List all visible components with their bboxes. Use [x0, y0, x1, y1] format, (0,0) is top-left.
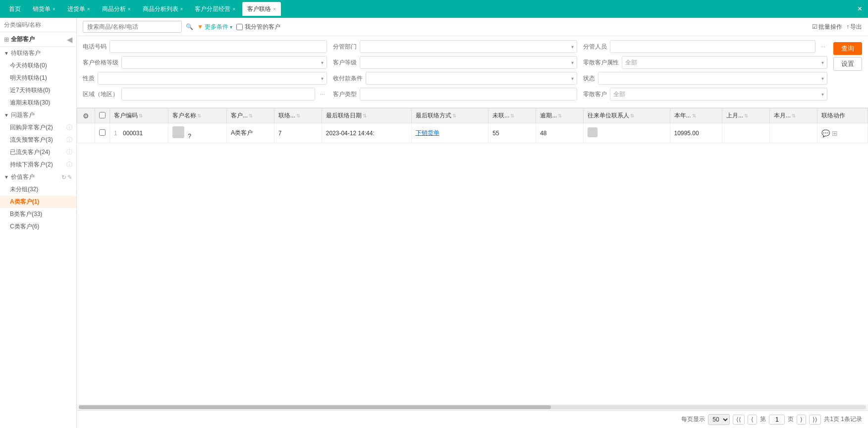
customer-avatar	[172, 126, 184, 138]
select-all-checkbox[interactable]	[99, 112, 106, 118]
sidebar-item-a-class[interactable]: A类客户(1)	[0, 196, 76, 208]
first-page-btn[interactable]: ⟨⟨	[733, 415, 745, 425]
per-page-select[interactable]: 50	[708, 414, 730, 425]
row-cp-cell	[584, 123, 670, 143]
th-contacts-person: 往来单位联系人 ⇅	[584, 108, 670, 123]
nav-analysis[interactable]: 商品分析 ×	[97, 2, 136, 16]
filter-icon: ▼	[197, 23, 203, 30]
export-icon: ↑	[846, 23, 849, 30]
th-action: 联络动作	[817, 108, 868, 123]
filter-cell-cust-type: 客户类型	[333, 88, 577, 101]
nav-purchase[interactable]: 进货单 ×	[62, 2, 95, 16]
last-page-btn[interactable]: ⟩⟩	[809, 415, 821, 425]
customer-table: ⚙ 客户编码 ⇅ 客户名称	[77, 108, 868, 143]
sidebar-item-c-class[interactable]: C类客户(6)	[0, 220, 76, 233]
row-check-cell[interactable]	[95, 123, 110, 143]
sort-year-icon: ⇅	[692, 113, 696, 118]
filter-cell-payment: 收付款条件 ▾	[333, 72, 577, 85]
sort-name-icon: ⇅	[197, 113, 201, 118]
refresh-icon[interactable]: ↻	[61, 174, 66, 181]
manager-dots-btn[interactable]: ···	[818, 42, 827, 51]
sidebar-collapse-btn[interactable]: ◀	[67, 36, 72, 44]
sidebar-item-ungrouped[interactable]: 未分组(32)	[0, 183, 76, 196]
more-conditions-btn[interactable]: ▼ 更多条件 ▾	[197, 23, 232, 31]
row-type-cell: A类客户	[226, 123, 274, 143]
sidebar-item-churn-warning[interactable]: 流失预警客户(3) ⓘ	[0, 134, 76, 146]
th-last-method: 最后联络方式 ⇅	[411, 108, 488, 123]
filter-cell-dept: 分管部门 ▾	[333, 40, 577, 53]
prev-page-btn[interactable]: ⟨	[748, 415, 757, 425]
price-grade-select[interactable]: ▾	[121, 56, 327, 69]
row-checkbox[interactable]	[99, 129, 106, 136]
close-tier-icon[interactable]: ×	[232, 6, 235, 12]
filter-cell-phone: 电话号码	[83, 40, 327, 53]
dept-select[interactable]: ▾	[360, 40, 577, 53]
close-contact-icon[interactable]: ×	[273, 6, 276, 12]
scrollbar-track	[79, 405, 866, 409]
sidebar-item-tomorrow[interactable]: 明天待联络(1)	[0, 72, 76, 84]
filter-search-icon[interactable]: 🔍	[186, 23, 193, 30]
retail-attr-select[interactable]: 全部 ▾	[622, 56, 827, 69]
nature-select[interactable]: ▾	[98, 72, 327, 85]
sidebar-item-overdue[interactable]: 逾期未联络(30)	[0, 97, 76, 109]
row-action-cell: 💬 ⊞	[817, 123, 868, 143]
scrollbar-thumb[interactable]	[79, 405, 551, 409]
query-btn[interactable]: 查询	[833, 42, 862, 55]
settings-gear-icon[interactable]: ⚙	[83, 112, 89, 120]
close-analysis-icon[interactable]: ×	[128, 6, 131, 12]
my-customers-checkbox-label[interactable]: 我分管的客户	[236, 23, 280, 31]
my-customers-checkbox[interactable]	[236, 24, 243, 30]
cust-type-input[interactable]	[360, 88, 577, 101]
sidebar-item-today[interactable]: 今天待联络(0)	[0, 59, 76, 72]
edit-icon[interactable]: ✎	[67, 174, 72, 181]
settings-btn[interactable]: 设置	[833, 57, 862, 71]
sidebar-item-b-class[interactable]: B类客户(33)	[0, 208, 76, 220]
sidebar-item-repurchase[interactable]: 回购异常客户(2) ⓘ	[0, 121, 76, 134]
nav-analysis-list[interactable]: 商品分析列表 ×	[138, 2, 188, 16]
chevron-retail-cust-icon: ▾	[821, 92, 824, 97]
close-analysis-list-icon[interactable]: ×	[180, 6, 183, 12]
grid-action-icon[interactable]: ⊞	[832, 129, 838, 137]
window-close-btn[interactable]: ×	[856, 2, 864, 15]
region-dots-btn[interactable]: ···	[318, 90, 327, 99]
sidebar-item-churned[interactable]: 已流失客户(24) ⓘ	[0, 146, 76, 159]
th-check[interactable]	[95, 108, 110, 123]
region-input[interactable]	[121, 88, 315, 101]
th-settings[interactable]: ⚙	[77, 108, 95, 123]
sort-last-month-icon: ⇅	[744, 113, 748, 118]
export-btn[interactable]: ↑ 导出	[846, 23, 862, 31]
main-layout: 🔍 ⊞ 全部客户 ◀ ▼ 待联络客户 今天待联络(0) 明天待联络(1) 近7天…	[0, 18, 868, 428]
adv-filter-row-2: 客户价格等级 ▾ 客户等级 ▾	[83, 56, 827, 69]
chevron-down-icon: ▾	[230, 24, 232, 30]
sidebar-search-input[interactable]	[4, 21, 77, 28]
section-value-title[interactable]: ▼ 价值客户 ↻ ✎	[0, 171, 76, 183]
cust-grade-select[interactable]: ▾	[360, 56, 577, 69]
section-pending-title[interactable]: ▼ 待联络客户	[0, 47, 76, 59]
top-nav: 首页 销货单 × 进货单 × 商品分析 × 商品分析列表 × 客户分层经营 × …	[0, 0, 868, 18]
filter-search-input[interactable]	[83, 21, 182, 33]
nav-customer-contact[interactable]: 客户联络 ×	[242, 2, 281, 16]
sidebar-item-7days[interactable]: 近7天待联络(0)	[0, 84, 76, 97]
close-sales-icon[interactable]: ×	[53, 6, 55, 12]
manager-input[interactable]	[610, 40, 815, 53]
nav-sales[interactable]: 销货单 ×	[28, 2, 60, 16]
nav-home[interactable]: 首页	[4, 2, 26, 16]
method-link[interactable]: 下销货单	[416, 129, 439, 136]
section-problem-title[interactable]: ▼ 问题客户	[0, 109, 76, 121]
phone-input[interactable]	[109, 40, 327, 53]
next-page-btn[interactable]: ⟩	[797, 415, 806, 425]
nav-customer-tier[interactable]: 客户分层经营 ×	[190, 2, 240, 16]
grid-icon: ⊞	[4, 36, 9, 43]
batch-op-btn[interactable]: ☑ 批量操作	[812, 23, 842, 31]
retail-cust-select[interactable]: 全部 ▾	[610, 88, 827, 101]
close-purchase-icon[interactable]: ×	[87, 6, 90, 12]
chevron-retail-icon: ▾	[821, 60, 824, 65]
page-input[interactable]	[769, 415, 785, 425]
payment-select[interactable]: ▾	[366, 72, 577, 85]
horizontal-scrollbar[interactable]	[77, 404, 868, 410]
status-select[interactable]: ▾	[598, 72, 827, 85]
contact-person-avatar	[588, 127, 597, 137]
row-last-month-cell	[722, 123, 769, 143]
chat-action-icon[interactable]: 💬	[821, 129, 830, 137]
sidebar-item-declining[interactable]: 持续下滑客户(2) ⓘ	[0, 159, 76, 171]
